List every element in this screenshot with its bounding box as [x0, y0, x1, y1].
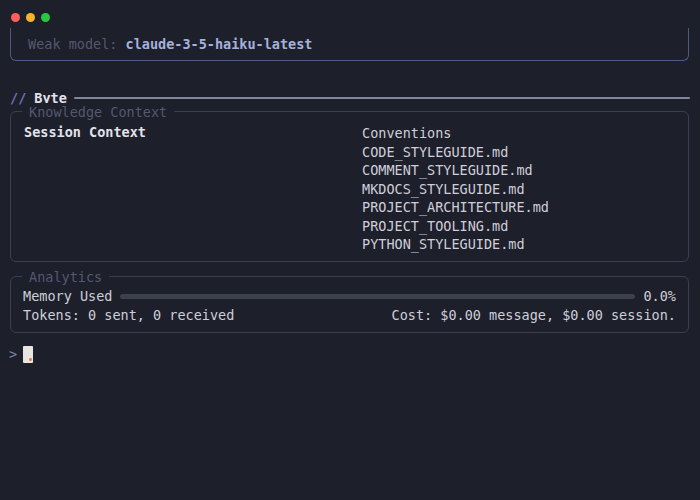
analytics-panel: Analytics Memory Used 0.0% Tokens: 0 sen…: [10, 276, 689, 333]
memory-progress-bar: [120, 294, 635, 299]
conventions-list: Conventions CODE_STYLEGUIDE.md COMMENT_S…: [362, 124, 549, 254]
minimize-window-button[interactable]: [26, 13, 35, 22]
header-rule: [74, 97, 690, 99]
memory-row: Memory Used 0.0%: [23, 287, 676, 306]
list-item: CODE_STYLEGUIDE.md: [362, 143, 549, 162]
cost-stat: Cost: $0.00 message, $0.00 session.: [392, 307, 676, 323]
list-item: MKDOCS_STYLEGUIDE.md: [362, 180, 549, 199]
window-controls: [11, 13, 50, 22]
memory-used-label: Memory Used: [23, 288, 112, 304]
weak-model-label: Weak model:: [28, 36, 126, 52]
memory-percent: 0.0%: [643, 288, 676, 304]
prompt-chevron: >: [9, 346, 17, 362]
conventions-group-title: Conventions: [362, 124, 549, 143]
knowledge-context-panel: Knowledge Context Session Context Conven…: [10, 111, 689, 262]
zoom-window-button[interactable]: [41, 13, 50, 22]
list-item: COMMENT_STYLEGUIDE.md: [362, 161, 549, 180]
tokens-stat: Tokens: 0 sent, 0 received: [23, 307, 234, 323]
weak-model-input[interactable]: Weak model: claude-3-5-haiku-latest: [10, 28, 689, 61]
weak-model-value: claude-3-5-haiku-latest: [126, 36, 313, 52]
list-item: PYTHON_STYLEGUIDE.md: [362, 235, 549, 254]
session-context-item: Session Context: [24, 124, 146, 140]
close-window-button[interactable]: [11, 13, 20, 22]
stats-row: Tokens: 0 sent, 0 received Cost: $0.00 m…: [23, 306, 676, 325]
command-prompt[interactable]: >: [9, 345, 33, 363]
analytics-panel-title: Analytics: [22, 268, 109, 286]
text-cursor[interactable]: [23, 346, 33, 363]
knowledge-context-panel-title: Knowledge Context: [22, 103, 174, 121]
terminal-window: Weak model: claude-3-5-haiku-latest // B…: [0, 0, 700, 500]
list-item: PROJECT_TOOLING.md: [362, 217, 549, 236]
list-item: PROJECT_ARCHITECTURE.md: [362, 198, 549, 217]
